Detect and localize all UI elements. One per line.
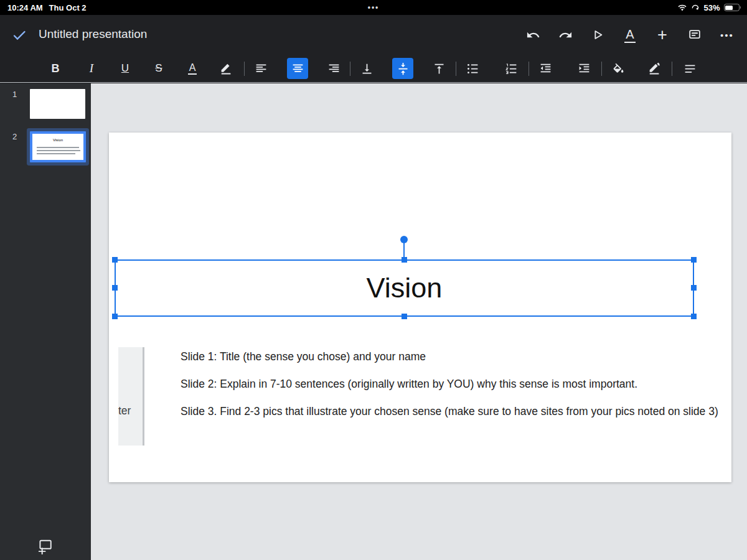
strikethrough-button[interactable]: S — [148, 58, 169, 79]
vertical-align-top-button[interactable] — [428, 58, 449, 79]
headphones-icon — [691, 3, 700, 12]
undo-icon — [526, 28, 540, 42]
selection-handle-top-left[interactable] — [112, 257, 118, 263]
slide-title-text[interactable]: Vision — [116, 261, 693, 315]
fill-color-icon — [612, 62, 625, 75]
align-left-icon — [255, 62, 268, 75]
slide-number: 2 — [12, 132, 17, 141]
comments-button[interactable] — [684, 24, 705, 46]
underline-icon: U — [121, 62, 129, 75]
slide-thumbnail-1[interactable] — [30, 89, 85, 119]
indent-increase-button[interactable] — [573, 58, 594, 79]
border-color-icon — [648, 62, 661, 75]
slide-thumbnail-2[interactable]: Vision — [30, 131, 86, 162]
text-color-button[interactable]: A — [182, 58, 203, 79]
highlighter-icon — [220, 62, 233, 75]
italic-icon: I — [90, 62, 93, 75]
align-center-icon — [291, 62, 304, 75]
toolbar-divider — [244, 62, 245, 76]
undo-button[interactable] — [522, 24, 543, 46]
align-right-button[interactable] — [323, 58, 344, 79]
header-actions: A + ••• — [522, 24, 738, 46]
clipped-text: ter — [118, 403, 131, 419]
numbered-list-button[interactable] — [500, 58, 522, 79]
rotation-handle[interactable] — [400, 236, 408, 243]
text-color-icon: A — [188, 62, 197, 75]
add-slide-button[interactable] — [34, 536, 56, 556]
toolbar-divider — [672, 62, 672, 76]
toolbar-divider — [529, 62, 529, 76]
toolbar-divider — [350, 62, 350, 76]
align-right-icon — [327, 62, 341, 75]
thumbnail-text-line — [37, 153, 75, 154]
border-color-button[interactable] — [644, 58, 665, 79]
numbered-list-icon — [505, 62, 518, 75]
status-bar: 10:24 AM Thu Oct 2 ••• 53% — [0, 0, 747, 15]
vertical-align-bottom-icon — [360, 62, 374, 75]
check-icon — [12, 28, 27, 43]
redo-button[interactable] — [555, 24, 576, 46]
document-title[interactable]: Untitled presentation — [39, 27, 147, 41]
insert-button[interactable]: + — [652, 24, 673, 46]
battery-icon — [724, 4, 740, 11]
comment-icon — [688, 28, 702, 42]
title-textbox[interactable]: Vision — [115, 259, 694, 317]
selection-handle-bottom-center[interactable] — [402, 314, 407, 319]
status-dots: ••• — [0, 3, 747, 12]
slide-filmstrip: 1 2 Vision — [0, 83, 91, 560]
body-paragraph[interactable]: Slide 3. Find 2-3 pics that illustrate y… — [181, 403, 723, 419]
selection-handle-bottom-right[interactable] — [691, 314, 697, 319]
done-check-button[interactable] — [10, 26, 29, 45]
text-format-icon: A — [624, 27, 635, 43]
indent-increase-icon — [578, 62, 591, 75]
thumbnail-text-line — [37, 150, 80, 151]
vertical-align-top-icon — [433, 62, 446, 75]
selection-handle-middle-right[interactable] — [691, 285, 697, 291]
thumbnail-title: Vision — [32, 138, 83, 142]
overflow-menu-button[interactable]: ••• — [716, 24, 738, 46]
redo-icon — [558, 28, 573, 42]
vertical-align-bottom-button[interactable] — [356, 58, 377, 79]
bulleted-list-icon — [466, 62, 479, 75]
fill-color-button[interactable] — [608, 58, 629, 79]
highlight-button[interactable] — [215, 58, 237, 79]
bulleted-list-button[interactable] — [462, 58, 483, 79]
slide-canvas: Vision Slide 1: Title (the sense you cho… — [91, 83, 747, 560]
italic-button[interactable]: I — [81, 58, 102, 79]
line-spacing-icon — [684, 62, 697, 75]
selection-handle-top-right[interactable] — [691, 257, 697, 263]
slide[interactable]: Vision Slide 1: Title (the sense you cho… — [109, 133, 731, 482]
bold-button[interactable]: B — [45, 58, 66, 79]
add-slide-icon — [37, 538, 53, 554]
wifi-icon — [677, 4, 687, 12]
selection-handle-top-center[interactable] — [402, 257, 407, 263]
indent-decrease-button[interactable] — [535, 58, 556, 79]
underline-button[interactable]: U — [115, 58, 136, 79]
vertical-align-middle-button[interactable] — [392, 58, 413, 79]
body-paragraph[interactable]: Slide 2: Explain in 7-10 sentences (orig… — [181, 376, 723, 392]
body-paragraph[interactable]: Slide 1: Title (the sense you chose) and… — [181, 348, 723, 365]
battery-percent: 53% — [703, 3, 720, 12]
align-left-button[interactable] — [250, 58, 271, 79]
app-header: Untitled presentation A + — [0, 15, 747, 55]
present-icon — [591, 28, 604, 42]
indent-decrease-icon — [539, 62, 552, 75]
vertical-align-middle-icon — [397, 62, 410, 75]
body-textbox[interactable]: Slide 1: Title (the sense you chose) and… — [181, 348, 723, 431]
toolbar-divider — [456, 62, 456, 76]
clipped-placeholder[interactable]: ter — [118, 347, 144, 446]
battery-tip — [740, 6, 741, 9]
selection-handle-bottom-left[interactable] — [112, 314, 118, 319]
formatting-toolbar: B I U S A — [0, 55, 747, 83]
insert-icon: + — [657, 27, 667, 44]
slide-number: 1 — [12, 90, 17, 99]
thumbnail-text-line — [37, 147, 79, 148]
screen: 10:24 AM Thu Oct 2 ••• 53% Untitled pres… — [0, 0, 747, 560]
align-center-button[interactable] — [287, 58, 308, 79]
line-spacing-button[interactable] — [679, 58, 700, 79]
bold-icon: B — [52, 62, 60, 75]
selection-handle-middle-left[interactable] — [112, 285, 118, 291]
text-format-button[interactable]: A — [619, 24, 641, 46]
status-indicators: 53% — [677, 3, 741, 12]
present-button[interactable] — [587, 24, 608, 46]
